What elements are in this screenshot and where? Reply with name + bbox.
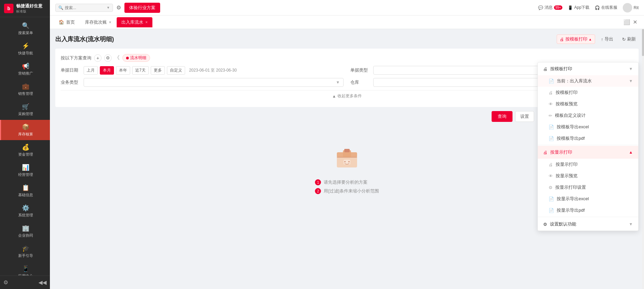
search-input[interactable] — [65, 5, 105, 10]
doc-type-label: 单据类型 — [350, 67, 371, 73]
display-print-item[interactable]: 🖨 按显示打印 — [538, 159, 638, 170]
filter-title: 按以下方案查询 — [61, 55, 91, 61]
business-type-select[interactable]: ▼ — [84, 78, 344, 87]
date-buttons: 上月 本月 本年 近7天 更多 自定义 — [84, 66, 185, 75]
app-download-label: App下载 — [574, 5, 589, 10]
main-area: 🔍 ▼ ⚙ 体验行业方案 💬 消息 99+ 📱 App下载 🎧 在线客服 — [50, 0, 644, 289]
sidebar-item-label: 营销推广 — [18, 71, 33, 76]
sidebar-item-operations[interactable]: 📊 经营管理 — [0, 160, 50, 181]
settings-button[interactable]: 设置 — [515, 111, 534, 122]
sidebar-item-label: 经营管理 — [18, 172, 33, 177]
message-button[interactable]: 💬 消息 99+ — [538, 5, 562, 10]
date-more-btn[interactable]: 更多 — [151, 66, 165, 75]
preview-icon: 👁 — [549, 102, 553, 107]
print-template-button[interactable]: 🖨 按模板打印 ▲ — [557, 34, 595, 44]
online-service-button[interactable]: 🎧 在线客服 — [595, 5, 617, 10]
sidebar-settings-btn[interactable]: ⚙ — [3, 279, 8, 286]
filter-settings-button[interactable]: ⚙ — [104, 54, 112, 62]
message-icon: 💬 — [538, 5, 543, 10]
display-print-section-header[interactable]: 🖨 按显示打印 ▲ — [538, 146, 638, 159]
marketing-icon: 📢 — [22, 62, 29, 70]
message-badge: 99+ — [554, 5, 562, 10]
message-label: 消息 — [545, 5, 553, 10]
refresh-button[interactable]: ↻ 刷新 — [619, 35, 639, 44]
template-export-excel-label: 按模板导出excel — [557, 124, 589, 130]
template-preview-item[interactable]: 👁 按模板预览 — [538, 98, 638, 110]
sidebar-item-guide[interactable]: 🎓 新手引导 — [0, 241, 50, 262]
template-print-section-header[interactable]: 🖨 按模板打印 ▼ — [538, 62, 638, 75]
topbar: 🔍 ▼ ⚙ 体验行业方案 💬 消息 99+ 📱 App下载 🎧 在线客服 — [50, 0, 644, 16]
user-profile-button[interactable]: Rit — [623, 3, 639, 12]
display-print-header-label: 按显示打印 — [550, 149, 572, 155]
template-export-excel-item[interactable]: 📄 按模板导出excel — [538, 121, 638, 133]
display-export-pdf-item[interactable]: 📄 按显示导出pdf — [538, 205, 638, 216]
app-download-button[interactable]: 📱 App下载 — [568, 5, 589, 10]
search-bar[interactable]: 🔍 ▼ — [55, 4, 113, 12]
app-logo-text: 畅捷通好生意 标准版 — [16, 3, 42, 14]
display-print-item-label: 按显示打印 — [556, 161, 578, 167]
sidebar-item-search[interactable]: 🔍 搜索菜单 — [0, 19, 50, 39]
display-export-excel-item[interactable]: 📄 按显示导出excel — [538, 193, 638, 205]
step-1-text: 请先选择要分析的方案 — [324, 179, 368, 185]
page-actions: 🖨 按模板打印 ▲ ↑ 导出 ↻ 刷新 — [557, 34, 639, 44]
display-print-settings-item[interactable]: ⚙ 按显示打印设置 — [538, 182, 638, 193]
sidebar-item-purchase[interactable]: 🛒 采购管理 — [0, 100, 50, 120]
tab-close-all-icon[interactable]: ✕ — [633, 19, 637, 25]
date-field: 单据日期 上月 本月 本年 近7天 更多 自定义 2023-06-01 至 20… — [61, 66, 344, 75]
date-last-7days-btn[interactable]: 近7天 — [132, 66, 149, 75]
sidebar-item-finance[interactable]: 💰 资金管理 — [0, 140, 50, 160]
print-icon: 🖨 — [549, 90, 553, 95]
tab-home[interactable]: 🏠 首页 — [54, 17, 80, 27]
display-preview-item[interactable]: 👁 按显示预览 — [538, 170, 638, 182]
template-export-pdf-item[interactable]: 📄 按模板导出pdf — [538, 133, 638, 144]
filter-tag-label: 流水明细 — [130, 55, 146, 61]
search-dropdown-icon: ▼ — [107, 6, 110, 9]
date-custom-btn[interactable]: 自定义 — [167, 66, 185, 75]
topbar-gear-icon[interactable]: ⚙ — [116, 4, 121, 11]
avatar — [623, 3, 632, 12]
chevron-up-icon: ▲ — [332, 94, 336, 99]
sidebar-collapse-btn[interactable]: ◀◀ — [38, 279, 47, 286]
date-current-year-btn[interactable]: 本年 — [116, 66, 130, 75]
right-scrollbar-thumb[interactable] — [642, 29, 644, 56]
tab-restore-icon[interactable]: ⬜ — [623, 19, 630, 25]
svg-rect-3 — [344, 149, 350, 152]
export-button[interactable]: ↑ 导出 — [598, 35, 616, 44]
sidebar-item-system[interactable]: ⚙️ 系统管理 — [0, 201, 50, 221]
default-settings-header-icon: ⚙ — [543, 222, 547, 227]
sidebar-item-label: 新手引导 — [18, 253, 33, 258]
template-custom-design-item[interactable]: ✏ 模板自定义设计 — [538, 110, 638, 121]
inventory-icon: 📦 — [22, 123, 29, 131]
sidebar-item-label: 企业协同 — [18, 233, 33, 238]
filter-tag-dot — [126, 57, 129, 59]
sidebar-item-app-center[interactable]: 📱 应用中心 — [0, 262, 50, 275]
sidebar-item-quick-nav[interactable]: ⚡ 快捷导航 — [0, 39, 50, 59]
tab-batch-account-label: 库存批次账 — [85, 19, 107, 25]
sidebar-item-enterprise[interactable]: 🏢 企业协同 — [0, 221, 50, 241]
filter-add-button[interactable]: + — [94, 54, 101, 62]
display-export-pdf-label: 按显示导出pdf — [557, 207, 585, 213]
tab-home-label: 首页 — [66, 19, 75, 25]
empty-step-2: 2 用[过滤]条件来缩小分析范围 — [315, 188, 379, 194]
tab-flow[interactable]: 出入库流水 × — [117, 17, 152, 27]
template-print-item[interactable]: 🖨 按模板打印 — [538, 87, 638, 98]
date-current-month-btn[interactable]: 本月 — [100, 66, 114, 75]
default-settings-section-header[interactable]: ⚙ 设置默认功能 ▼ — [538, 218, 638, 231]
sidebar-item-sales[interactable]: 💼 销售管理 — [0, 79, 50, 100]
tab-flow-close[interactable]: × — [145, 20, 148, 25]
date-last-month-btn[interactable]: 上月 — [84, 66, 98, 75]
sidebar-item-basic-info[interactable]: 📋 基础信息 — [0, 181, 50, 201]
app-subtitle: 标准版 — [16, 9, 42, 14]
tab-batch-account-close[interactable]: × — [109, 20, 111, 25]
current-template-item[interactable]: 📄 当前：出入库流水 ▼ — [538, 75, 638, 87]
operations-icon: 📊 — [22, 164, 29, 171]
tab-flow-label: 出入库流水 — [121, 19, 143, 25]
template-print-header-label: 按模板打印 — [550, 66, 572, 72]
filter-collapse-button[interactable]: 《 — [114, 54, 120, 61]
tab-batch-account[interactable]: 库存批次账 × — [80, 17, 116, 27]
query-button[interactable]: 查询 — [492, 111, 513, 122]
sidebar-item-inventory[interactable]: 📦 库存核算 — [0, 120, 50, 140]
sidebar-item-marketing[interactable]: 📢 营销推广 — [0, 59, 50, 79]
industry-solution-button[interactable]: 体验行业方案 — [124, 3, 160, 13]
empty-state-icon — [333, 146, 360, 173]
